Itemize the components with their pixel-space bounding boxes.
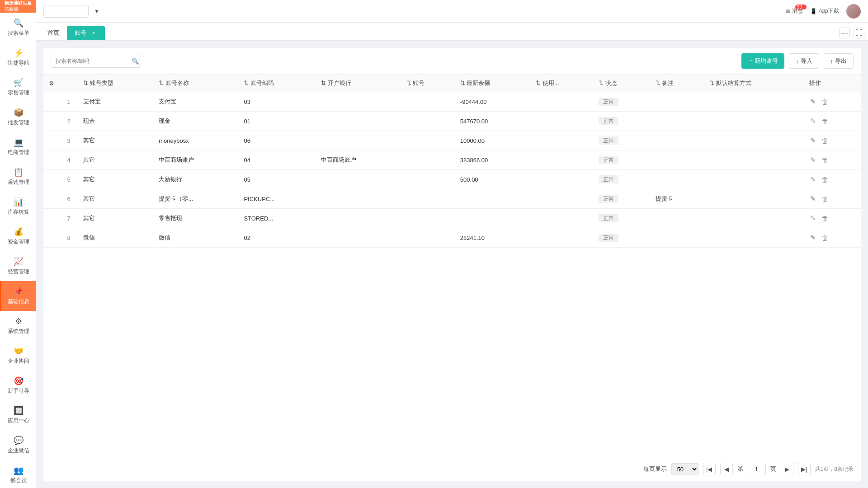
sidebar-item-operation[interactable]: 📈 经营管理 — [0, 251, 36, 281]
settlement-label: 默认结算方式 — [716, 80, 751, 86]
app-name: 畅捷通财生意 — [5, 0, 32, 6]
add-button-label: + 新增账号 — [750, 57, 778, 65]
settlement-sort-icon: ⇅ — [709, 80, 714, 86]
row-action: ✎ 🗑 — [804, 189, 861, 209]
app-download-button[interactable]: 📱 App下载 — [810, 7, 839, 15]
tab-maximize-button[interactable]: ⛶ — [854, 28, 864, 38]
edit-button[interactable]: ✎ — [809, 97, 817, 107]
export-icon: ↑ — [830, 58, 834, 65]
sidebar-item-agreement[interactable]: 🤝 企业协同 — [0, 341, 36, 371]
sidebar-item-purchase[interactable]: 📋 采购管理 — [0, 162, 36, 192]
tab-accounts-label: 账号 — [75, 29, 86, 37]
remark-header[interactable]: ⇅ 备注 — [650, 75, 704, 92]
prev-page-button[interactable]: ◀ — [720, 463, 733, 475]
user-avatar[interactable] — [846, 4, 861, 19]
row-remark — [650, 92, 704, 112]
type-header[interactable]: ⇅ 账号类型 — [78, 75, 153, 92]
sidebar-operation-label: 经营管理 — [8, 268, 29, 275]
sidebar-item-wholesale[interactable]: 📦 批发管理 — [0, 102, 36, 132]
page-size-select[interactable]: 50 20 100 — [671, 463, 698, 475]
edit-button[interactable]: ✎ — [809, 194, 817, 204]
sidebar-item-search[interactable]: 🔍 搜索菜单 — [0, 13, 36, 42]
edit-button[interactable]: ✎ — [809, 174, 817, 184]
account-header[interactable]: ⇅ 账号 — [401, 75, 455, 92]
header-search-input[interactable] — [43, 5, 89, 18]
tab-close-icon[interactable]: × — [90, 29, 97, 37]
name-header[interactable]: ⇅ 账号名称 — [153, 75, 238, 92]
sidebar-item-member[interactable]: 👥 畅会员 — [0, 460, 36, 488]
sidebar-item-system[interactable]: ⚙ 系统管理 — [0, 311, 36, 341]
status-header[interactable]: ⇅ 状态 — [593, 75, 650, 92]
sidebar-item-shortcut[interactable]: ⚡ 快捷导航 — [0, 42, 36, 72]
app-download-icon: 📱 — [810, 8, 817, 14]
export-label: 导出 — [835, 57, 847, 65]
row-settlement — [704, 170, 804, 189]
sidebar-item-appcenter[interactable]: 🔲 应用中心 — [0, 400, 36, 430]
row-code: 06 — [238, 131, 316, 150]
row-usage — [530, 189, 593, 209]
messages-button[interactable]: ✉ 消息 99+ — [786, 7, 803, 15]
search-button[interactable]: 🔍 — [128, 55, 141, 67]
sidebar-item-finance[interactable]: 💰 资金管理 — [0, 221, 36, 251]
usage-header[interactable]: ⇅ 使用... — [530, 75, 593, 92]
header-dropdown[interactable]: ▼ — [94, 8, 99, 14]
row-code: STORED... — [238, 209, 316, 228]
row-type: 其它 — [78, 150, 153, 170]
system-icon: ⚙ — [4, 316, 33, 326]
tab-home[interactable]: 首页 — [40, 26, 67, 40]
delete-button[interactable]: 🗑 — [821, 194, 829, 204]
settings-header[interactable]: ⚙ — [43, 75, 60, 92]
sidebar-item-inventory[interactable]: 📊 库存核算 — [0, 192, 36, 221]
delete-button[interactable]: 🗑 — [821, 233, 829, 243]
balance-header[interactable]: ⇅ 最新余额 — [455, 75, 530, 92]
row-usage — [530, 92, 593, 112]
add-account-button[interactable]: + 新增账号 — [741, 53, 784, 69]
tab-accounts[interactable]: 账号 × — [67, 26, 105, 40]
sidebar-item-basic[interactable]: 📌 基础信息 — [0, 281, 36, 311]
account-label: 账号 — [413, 80, 425, 86]
top-header: ▼ ✉ 消息 99+ 📱 App下载 — [36, 0, 868, 23]
row-name: 零售抵现 — [153, 209, 238, 228]
edit-button[interactable]: ✎ — [809, 213, 817, 223]
delete-button[interactable]: 🗑 — [821, 155, 829, 165]
tab-home-label: 首页 — [47, 29, 59, 37]
row-code: 01 — [238, 112, 316, 131]
page-number-input[interactable] — [748, 463, 766, 475]
delete-button[interactable]: 🗑 — [821, 174, 829, 184]
edit-button[interactable]: ✎ — [809, 136, 817, 145]
table-row: 6 其它 提货卡（零... PICKUPC... 正常 提货卡 ✎ 🗑 — [43, 189, 861, 209]
last-page-button[interactable]: ▶| — [798, 463, 811, 475]
row-balance: -90444.00 — [455, 92, 530, 112]
code-header[interactable]: ⇅ 账号编码 — [238, 75, 316, 92]
sidebar-item-retail[interactable]: 🛒 零售管理 — [0, 72, 36, 102]
edit-button[interactable]: ✎ — [809, 116, 817, 126]
row-type: 现金 — [78, 112, 153, 131]
settlement-header[interactable]: ⇅ 默认结算方式 — [704, 75, 804, 92]
import-button[interactable]: ↓ 导入 — [789, 53, 819, 69]
retail-icon: 🛒 — [4, 78, 33, 88]
search-input[interactable] — [51, 55, 128, 67]
row-name: 大新银行 — [153, 170, 238, 189]
sidebar-item-ecommerce[interactable]: 💻 电商管理 — [0, 132, 36, 162]
sidebar-item-guide[interactable]: 🎯 新手引导 — [0, 371, 36, 400]
sidebar-item-wechat[interactable]: 💬 企业微信 — [0, 430, 36, 460]
export-button[interactable]: ↑ 导出 — [824, 53, 854, 69]
delete-button[interactable]: 🗑 — [821, 97, 829, 107]
delete-button[interactable]: 🗑 — [821, 213, 829, 223]
next-page-button[interactable]: ▶ — [781, 463, 793, 475]
row-usage — [530, 170, 593, 189]
first-page-button[interactable]: |◀ — [703, 463, 716, 475]
edit-button[interactable]: ✎ — [809, 155, 817, 165]
delete-button[interactable]: 🗑 — [821, 116, 829, 126]
wholesale-icon: 📦 — [4, 108, 33, 117]
bank-header[interactable]: ⇅ 开户银行 — [316, 75, 401, 92]
row-bank — [316, 228, 401, 248]
edit-button[interactable]: ✎ — [809, 233, 817, 243]
row-num: 1 — [60, 92, 78, 112]
row-balance — [455, 189, 530, 209]
row-status: 正常 — [593, 92, 650, 112]
row-type: 其它 — [78, 170, 153, 189]
toolbar: 🔍 + 新增账号 ↓ 导入 ↑ 导出 — [43, 48, 861, 75]
tab-minimize-button[interactable]: — — [839, 28, 850, 38]
delete-button[interactable]: 🗑 — [821, 136, 829, 145]
